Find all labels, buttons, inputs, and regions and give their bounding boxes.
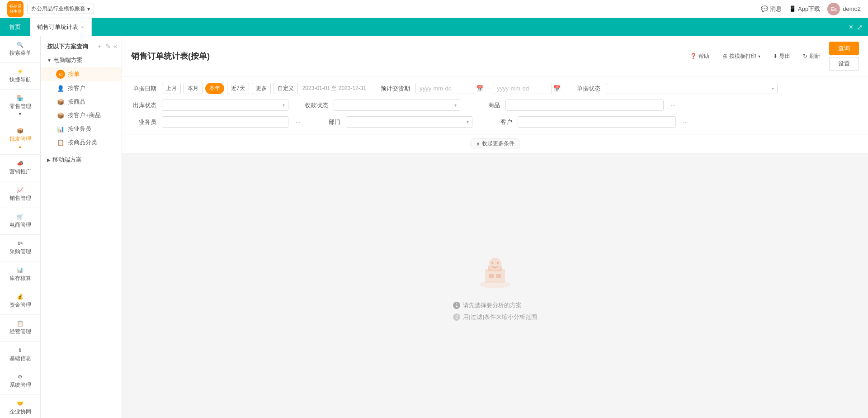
receive-select-wrap: ▾	[334, 100, 460, 111]
salesman-scheme-icon: 📊	[56, 126, 65, 133]
date-cal-start-icon[interactable]: 📅	[476, 85, 483, 92]
tree-item-by-order[interactable]: ⊙ 按单	[41, 67, 122, 81]
marketing-icon: 📣	[17, 160, 24, 166]
expected-date-end[interactable]	[493, 83, 552, 94]
inventory-icon: 📊	[17, 267, 24, 273]
sidebar-item-inventory[interactable]: 📊 库存核算	[0, 261, 40, 288]
tree-item-by-customer[interactable]: 👤 按客户	[41, 81, 122, 95]
sidebar: 🔍 搜索菜单 ⚡ 快捷导航 🏪 零售管理 ▼ 📦 批发管理 ▲ 📣 营销推广 📈…	[0, 36, 41, 418]
logo-text: 畅捷通 好生意	[9, 4, 22, 14]
settings-button[interactable]: 设置	[829, 57, 859, 71]
page-actions: ❓ 帮助 🖨 按模板打印 ▾ ⬇ 导出 ↻ 刷新	[686, 42, 859, 71]
sidebar-item-search[interactable]: 🔍 搜索菜单	[0, 36, 40, 63]
customer-more-icon[interactable]: ···	[683, 119, 688, 125]
sidebar-item-operations[interactable]: 📋 经营管理	[0, 315, 40, 342]
help-icon: ❓	[690, 53, 697, 59]
basic-label: 基础信息	[9, 355, 31, 362]
sidebar-item-quicknav[interactable]: ⚡ 快捷导航	[0, 63, 40, 90]
collapse-panel-icon[interactable]: «	[113, 43, 117, 51]
operations-label: 经营管理	[9, 328, 31, 336]
sidebar-item-wholesale[interactable]: 📦 批发管理 ▲	[0, 122, 40, 155]
export-btn[interactable]: ⬇ 导出	[769, 51, 794, 62]
tree-pc-section[interactable]: ▼ 电脑端方案	[41, 53, 122, 67]
salesman-filter-label: 业务员	[131, 118, 156, 126]
tree-item-by-category[interactable]: 📋 按商品分类	[41, 136, 122, 149]
ecommerce-label: 电商管理	[9, 221, 31, 229]
collapse-button[interactable]: ∧ 收起更多条件	[470, 138, 520, 149]
date-this-month-btn[interactable]: 本月	[184, 83, 203, 94]
wholesale-label: 批发管理	[9, 135, 31, 143]
date-more-btn[interactable]: 更多	[252, 83, 271, 94]
tree-mobile-label: 移动端方案	[52, 156, 82, 164]
avatar-text: Ea	[831, 6, 837, 12]
sidebar-item-purchase[interactable]: 🛍 采购管理	[0, 235, 40, 261]
retail-icon: 🏪	[17, 95, 24, 101]
top-bar-left: 畅捷通 好生意 办公用品行业模拟账套 ▾	[7, 1, 94, 17]
ecommerce-icon: 🛒	[17, 214, 24, 220]
tree-expand-icon: ▼	[47, 58, 52, 63]
ship-status-select[interactable]	[162, 100, 288, 111]
customer-input[interactable]	[518, 116, 676, 128]
date-this-year-btn[interactable]: 本年	[205, 83, 224, 94]
sidebar-item-collab[interactable]: 🤝 企业协同	[0, 395, 40, 418]
sidebar-item-marketing[interactable]: 📣 营销推广	[0, 155, 40, 181]
sidebar-item-finance[interactable]: 💰 资金管理	[0, 288, 40, 315]
sidebar-item-retail[interactable]: 🏪 零售管理 ▼	[0, 90, 40, 122]
expected-date-group: 📅 — 📅	[415, 83, 561, 94]
window-expand-icon[interactable]: ⤢	[857, 23, 863, 32]
operations-icon: 📋	[17, 320, 24, 327]
sidebar-item-system[interactable]: ⚙ 系统管理	[0, 368, 40, 395]
tab-home[interactable]: 首页	[0, 18, 30, 36]
edit-scheme-icon[interactable]: ✎	[105, 43, 111, 51]
user-profile[interactable]: Ea demo2	[827, 3, 861, 15]
empty-state: 1 请先选择要分析的方案 2 用[过滤]条件来缩小分析范围	[122, 153, 868, 418]
status-select[interactable]	[606, 83, 778, 94]
receive-status-select[interactable]	[334, 100, 460, 111]
window-close-icon[interactable]: ×	[849, 23, 853, 31]
tree-mobile-section[interactable]: ▶ 移动端方案	[41, 153, 122, 166]
app-download-icon: 📱	[789, 5, 796, 12]
tip-text-1: 请先选择要分析的方案	[463, 301, 522, 309]
tree-item-by-customer-goods[interactable]: 📦 按客户+商品	[41, 109, 122, 122]
retail-arrow-icon: ▼	[18, 112, 22, 116]
system-label: 系统管理	[9, 381, 31, 389]
tree-item-by-salesman[interactable]: 📊 按业务员	[41, 122, 122, 136]
app-switcher[interactable]: 办公用品行业模拟账套 ▾	[27, 4, 94, 14]
sidebar-item-ecommerce[interactable]: 🛒 电商管理	[0, 208, 40, 235]
add-scheme-icon[interactable]: ＋	[96, 43, 103, 51]
date-custom-btn[interactable]: 自定义	[274, 83, 298, 94]
tab-home-label: 首页	[9, 23, 21, 31]
ship-select-wrap: ▾	[162, 100, 288, 111]
tab-window-actions: × ⤢	[844, 18, 868, 36]
dept-select-wrap: ▾	[346, 116, 472, 128]
sidebar-item-basic[interactable]: ℹ 基础信息	[0, 342, 40, 368]
sidebar-item-sales[interactable]: 📈 销售管理	[0, 181, 40, 208]
print-btn[interactable]: 🖨 按模板打印 ▾	[718, 51, 764, 62]
tab-sales-order-label: 销售订单统计表	[37, 23, 78, 31]
app-download-btn[interactable]: 📱 App下载	[789, 5, 820, 13]
message-btn[interactable]: 💬 消息	[761, 5, 782, 13]
svg-point-4	[491, 262, 493, 264]
help-btn[interactable]: ❓ 帮助	[686, 51, 713, 62]
tab-sales-order[interactable]: 销售订单统计表 ×	[30, 18, 92, 36]
search-menu-icon: 🔍	[17, 42, 24, 48]
salesman-more-icon[interactable]: ···	[296, 119, 301, 125]
query-button[interactable]: 查询	[829, 42, 859, 55]
tree-item-by-goods[interactable]: 📦 按商品	[41, 95, 122, 109]
print-arrow-icon: ▾	[758, 54, 760, 59]
tree-item-label-1: 按客户	[68, 84, 85, 92]
svg-rect-6	[489, 274, 494, 278]
dept-select[interactable]	[346, 116, 472, 128]
tab-close-icon[interactable]: ×	[81, 24, 84, 30]
expected-date-start[interactable]	[415, 83, 474, 94]
date-7days-btn[interactable]: 近7天	[227, 83, 249, 94]
refresh-btn[interactable]: ↻ 刷新	[799, 51, 824, 62]
salesman-input[interactable]	[162, 116, 288, 128]
date-last-month-btn[interactable]: 上月	[162, 83, 181, 94]
date-filter-label: 单据日期	[131, 85, 156, 93]
empty-illustration	[472, 251, 518, 296]
date-cal-end-icon[interactable]: 📅	[553, 85, 561, 92]
quicknav-icon: ⚡	[17, 68, 24, 75]
goods-input[interactable]	[505, 100, 664, 111]
goods-more-icon[interactable]: ···	[671, 102, 676, 109]
